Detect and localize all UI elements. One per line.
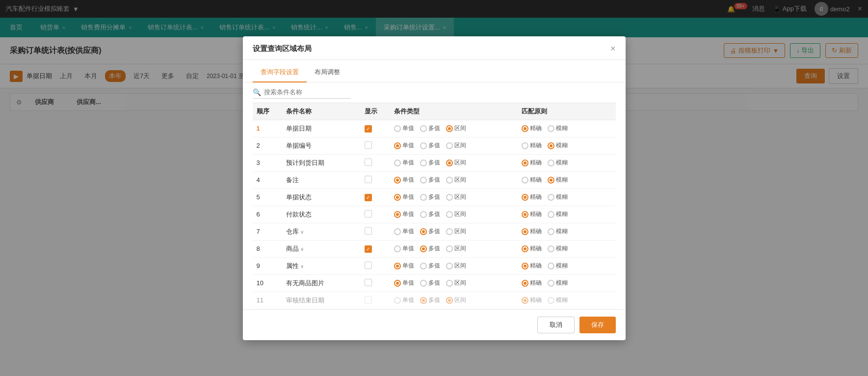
search-input[interactable] [264, 88, 342, 96]
radio-fuzzy[interactable]: 模糊 [548, 141, 568, 150]
radio-multi[interactable]: 多值 [420, 296, 440, 304]
radio-range[interactable]: 区间 [446, 210, 466, 218]
row-match: 精确 模糊 [518, 279, 616, 287]
radio-fuzzy[interactable]: 模糊 [548, 262, 568, 270]
radio-single[interactable]: 单值 [394, 193, 414, 201]
radio-exact[interactable]: 精确 [522, 176, 542, 184]
display-checkbox[interactable] [365, 141, 372, 149]
radio-single[interactable]: 单值 [394, 227, 414, 236]
row-display[interactable]: ✓ [361, 193, 390, 201]
radio-circle-single [394, 245, 401, 252]
display-checkbox[interactable] [365, 262, 372, 269]
display-checkbox[interactable] [365, 279, 372, 286]
radio-range[interactable]: 区间 [446, 244, 466, 253]
radio-single[interactable]: 单值 [394, 279, 414, 287]
radio-circle-multi [420, 228, 427, 235]
display-checkbox[interactable]: ✓ [365, 194, 372, 201]
radio-exact[interactable]: 精确 [522, 141, 542, 150]
dialog-tab-query-fields[interactable]: 查询字段设置 [253, 65, 307, 82]
dialog-close-btn[interactable]: × [610, 44, 616, 53]
radio-single[interactable]: 单值 [394, 210, 414, 218]
radio-circle-single [394, 142, 401, 149]
radio-fuzzy[interactable]: 模糊 [548, 210, 568, 218]
radio-fuzzy[interactable]: 模糊 [548, 124, 568, 133]
display-checkbox[interactable]: ✓ [365, 125, 372, 133]
radio-multi[interactable]: 多值 [420, 141, 440, 150]
radio-range[interactable]: 区间 [446, 279, 466, 287]
radio-exact[interactable]: 精确 [522, 210, 542, 218]
radio-circle-single [394, 160, 401, 166]
cancel-btn[interactable]: 取消 [537, 317, 575, 333]
radio-exact[interactable]: 精确 [522, 193, 542, 201]
radio-fuzzy[interactable]: 模糊 [548, 227, 568, 236]
radio-exact[interactable]: 精确 [522, 262, 542, 270]
row-display[interactable] [361, 279, 390, 288]
display-checkbox[interactable]: ✓ [365, 245, 372, 253]
row-display[interactable] [361, 296, 390, 305]
radio-multi[interactable]: 多值 [420, 244, 440, 253]
radio-exact[interactable]: 精确 [522, 227, 542, 236]
radio-range[interactable]: 区间 [446, 227, 466, 236]
radio-multi[interactable]: 多值 [420, 227, 440, 236]
radio-single[interactable]: 单值 [394, 124, 414, 133]
row-display[interactable]: ✓ [361, 125, 390, 133]
row-display[interactable] [361, 141, 390, 150]
radio-range[interactable]: 区间 [446, 262, 466, 270]
radio-exact[interactable]: 精确 [522, 296, 542, 304]
radio-multi[interactable]: 多值 [420, 262, 440, 270]
table-row: 6 付款状态 单值 多值 [253, 206, 616, 223]
dialog-tab-layout[interactable]: 布局调整 [307, 65, 348, 82]
row-display[interactable] [361, 159, 390, 167]
radio-single[interactable]: 单值 [394, 244, 414, 253]
radio-circle-exact [522, 245, 528, 252]
row-match: 精确 模糊 [518, 124, 616, 133]
radio-single[interactable]: 单值 [394, 262, 414, 270]
radio-multi[interactable]: 多值 [420, 176, 440, 184]
radio-range[interactable]: 区间 [446, 159, 466, 167]
radio-multi[interactable]: 多值 [420, 193, 440, 201]
radio-exact[interactable]: 精确 [522, 124, 542, 133]
display-checkbox[interactable] [365, 227, 372, 235]
radio-range[interactable]: 区间 [446, 141, 466, 150]
radio-fuzzy[interactable]: 模糊 [548, 296, 568, 304]
radio-range[interactable]: 区间 [446, 193, 466, 201]
radio-single[interactable]: 单值 [394, 176, 414, 184]
radio-multi[interactable]: 多值 [420, 124, 440, 133]
row-condition-type: 单值 多值 区间 [390, 193, 518, 201]
radio-exact[interactable]: 精确 [522, 279, 542, 287]
row-display[interactable] [361, 210, 390, 219]
row-display[interactable] [361, 227, 390, 236]
radio-exact[interactable]: 精确 [522, 244, 542, 253]
radio-fuzzy[interactable]: 模糊 [548, 279, 568, 287]
radio-range[interactable]: 区间 [446, 176, 466, 184]
radio-fuzzy[interactable]: 模糊 [548, 159, 568, 167]
radio-fuzzy[interactable]: 模糊 [548, 244, 568, 253]
radio-range[interactable]: 区间 [446, 124, 466, 133]
display-checkbox[interactable] [365, 159, 372, 166]
condition-type-group: 单值 多值 区间 [394, 262, 514, 270]
display-checkbox[interactable] [365, 210, 372, 217]
radio-fuzzy[interactable]: 模糊 [548, 176, 568, 184]
save-btn[interactable]: 保存 [579, 317, 616, 333]
radio-circle-range [446, 125, 453, 132]
radio-multi[interactable]: 多值 [420, 279, 440, 287]
radio-single[interactable]: 单值 [394, 296, 414, 304]
radio-fuzzy[interactable]: 模糊 [548, 193, 568, 201]
radio-multi[interactable]: 多值 [420, 159, 440, 167]
radio-circle-fuzzy [548, 228, 554, 235]
radio-range[interactable]: 区间 [446, 296, 466, 304]
row-name: 有无商品图片 [282, 279, 361, 288]
table-row: 1 单据日期 ✓ 单值 多值 [253, 120, 616, 137]
row-display[interactable] [361, 176, 390, 185]
radio-single[interactable]: 单值 [394, 159, 414, 167]
row-condition-type: 单值 多值 区间 [390, 124, 518, 133]
radio-exact[interactable]: 精确 [522, 159, 542, 167]
radio-single[interactable]: 单值 [394, 141, 414, 150]
display-checkbox[interactable] [365, 176, 372, 183]
radio-circle-fuzzy [548, 160, 554, 166]
display-checkbox[interactable] [365, 296, 372, 303]
row-display[interactable] [361, 262, 390, 270]
row-display[interactable]: ✓ [361, 245, 390, 253]
radio-multi[interactable]: 多值 [420, 210, 440, 218]
radio-circle-exact [522, 160, 528, 166]
